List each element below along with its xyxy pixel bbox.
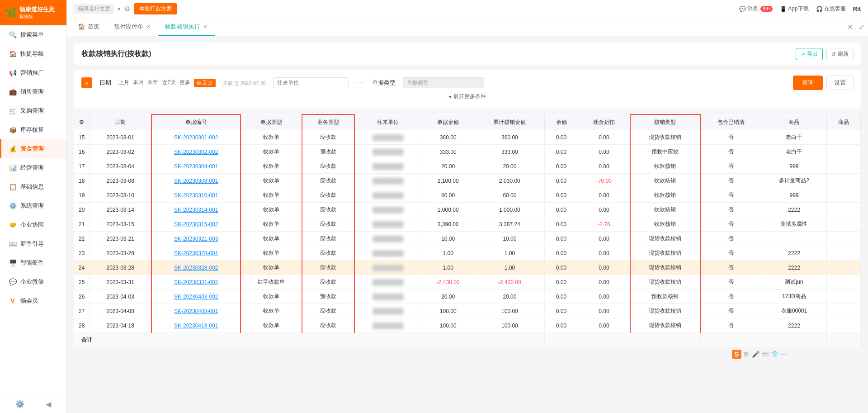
cell-included: 否 [700,188,761,203]
cell-no: 21 [74,217,90,232]
cell-doc-no[interactable]: SK-20230418-001 [151,318,241,333]
message-item[interactable]: 💬 消息 99+ [739,5,773,13]
cell-accum: 20.00 [475,290,545,304]
expand-more-icon: ▾ [449,94,452,100]
sidebar-item-system[interactable]: ⚙️ 系统管理 [0,196,66,215]
cell-doc-no[interactable]: SK-20230308-001 [151,174,241,188]
col-accum: 累计核销金额 [475,114,545,130]
cell-goods1: 2222 [761,246,827,261]
cell-doc-no[interactable]: SK-20230302-002 [151,145,241,159]
filter-toggle-button[interactable]: » [81,77,92,88]
support-icon: 🎧 [816,6,823,12]
cell-included: 否 [700,275,761,290]
cell-goods2 [827,246,861,261]
cell-amount: 10.00 [421,232,475,246]
sidebar-item-enterprise[interactable]: 🤝 企业协同 [0,215,66,234]
sidebar-item-label: 采购管理 [20,107,44,115]
tab-collection-close[interactable]: ✕ [203,24,208,30]
header-brand: 畅康道好生意 [74,4,114,14]
sidebar-item-label: 智能硬件 [20,259,44,267]
query-button[interactable]: 查询 [793,76,823,90]
header-dropdown-icon[interactable]: ▾ [118,6,120,12]
sidebar-item-operations[interactable]: 📊 经营管理 [0,158,66,177]
export-button[interactable]: ↗ 导出 [796,48,823,60]
filter-voucher-type-select[interactable]: 单据类型 [403,77,484,88]
sidebar-item-guide[interactable]: 📖 新手引导 [0,234,66,253]
user-name[interactable]: Rit [853,5,861,12]
cell-goods2 [827,261,861,275]
solution-button[interactable]: 体验行业方案 [134,3,177,14]
sidebar-item-sales[interactable]: 💼 销售管理 [0,82,66,101]
filter-custom[interactable]: 自定义 [194,79,216,87]
cell-goods1: 2222 [761,318,827,333]
cell-no: 28 [74,318,90,333]
summary-accum [475,333,545,347]
tab-home[interactable]: 🏠 首页 [71,18,107,36]
cell-goods2 [827,318,861,333]
app-download-item[interactable]: 📱 App下载 [780,5,808,13]
cell-cancel-type: 预收款核销 [630,290,700,304]
page-actions: ↗ 导出 ↺ 刷新 [796,48,854,60]
sidebar-item-purchase[interactable]: 🛒 采购管理 [0,101,66,120]
cell-goods1: 999 [761,188,827,203]
col-settings[interactable]: ⚙ [74,114,90,130]
cell-doc-no[interactable]: SK-20230403-002 [151,290,241,304]
cell-doc-no[interactable]: SK-20230328-001 [151,246,241,261]
cell-doc-no[interactable]: SK-20230321-003 [151,232,241,246]
cell-date: 2023-04-03 [90,290,151,304]
cell-doc-type: 收款单 [241,290,302,304]
filter-this-month[interactable]: 本月 [133,79,144,87]
filter-this-year[interactable]: 本年 [147,79,158,87]
tab-close-window-icon[interactable]: ✕ [847,23,853,31]
cell-amount: 20.00 [421,290,475,304]
tab-prepaid-close[interactable]: ✕ [146,24,151,30]
cell-doc-no[interactable]: SK-20230310-001 [151,188,241,203]
sidebar-item-member[interactable]: V 畅会员 [0,291,66,310]
sidebar-bottom: ⚙️ ◀ [0,395,66,413]
filter-row: » 日期 上月 本月 本年 近7天 更多 自定义 不限 至 2023-07-26… [81,76,854,90]
filter-7days[interactable]: 近7天 [162,79,176,87]
sidebar-item-inventory[interactable]: 📦 库存核算 [0,120,66,139]
cell-doc-no[interactable]: SK-20230304-001 [151,159,241,174]
sidebar-item-wechat[interactable]: 💬 企业微信 [0,272,66,291]
cell-goods1 [761,232,827,246]
operations-icon: 📊 [9,164,17,172]
cell-accum: 100.00 [475,304,545,318]
search-icon: 🔍 [9,31,17,39]
cell-doc-no[interactable]: SK-20230301-002 [151,130,241,145]
cell-doc-no[interactable]: SK-20230315-002 [151,217,241,232]
cell-partner: ████████ [354,304,421,318]
tab-expand-icon[interactable]: ⤢ [859,23,864,31]
sidebar-item-basic[interactable]: 📋 基础信息 [0,177,66,196]
sidebar-item-quick-nav[interactable]: 🏠 快捷导航 [0,44,66,63]
cell-doc-no[interactable]: SK-20230314-001 [151,203,241,217]
filter-more[interactable]: 更多 [179,79,190,87]
sidebar-item-finance[interactable]: 💰 资金管理 [0,139,66,158]
tab-collection[interactable]: 收款核销执行 ✕ [158,18,215,36]
support-item[interactable]: 🎧 在线客服 [816,5,846,13]
tab-prepaid[interactable]: 预付应付单 ✕ [107,18,158,36]
sidebar-item-hardware[interactable]: 🖥️ 智能硬件 [0,253,66,272]
refresh-button[interactable]: ↺ 刷新 [826,48,854,60]
filter-partner-input[interactable] [273,77,349,88]
sidebar-item-search[interactable]: 🔍 搜索菜单 [0,25,66,44]
inventory-icon: 📦 [9,126,17,134]
expand-more[interactable]: ▾ 展开更多条件 [81,90,854,103]
sidebar-collapse-icon[interactable]: ◀ [46,400,51,408]
message-badge: 99+ [760,6,773,12]
cell-included: 否 [700,304,761,318]
cell-no: 25 [74,275,90,290]
sidebar-item-marketing[interactable]: 📢 营销推广 [0,63,66,82]
header-gear-icon[interactable]: ⚙ [124,5,130,13]
setting-button[interactable]: 设置 [826,76,854,90]
table-row: 202023-03-14SK-20230314-001收款单应收款███████… [74,203,861,217]
cell-amount: 60.00 [421,188,475,203]
cell-no: 15 [74,130,90,145]
sidebar-settings-icon[interactable]: ⚙️ [15,400,24,408]
cell-doc-no[interactable]: SK-20230331-002 [151,275,241,290]
cell-biz-type: 应收款 [302,246,354,261]
cell-doc-no[interactable]: SK-20230328-002 [151,261,241,275]
cell-date: 2023-03-02 [90,145,151,159]
filter-last-month[interactable]: 上月 [118,79,129,87]
cell-doc-no[interactable]: SK-20230408-001 [151,304,241,318]
